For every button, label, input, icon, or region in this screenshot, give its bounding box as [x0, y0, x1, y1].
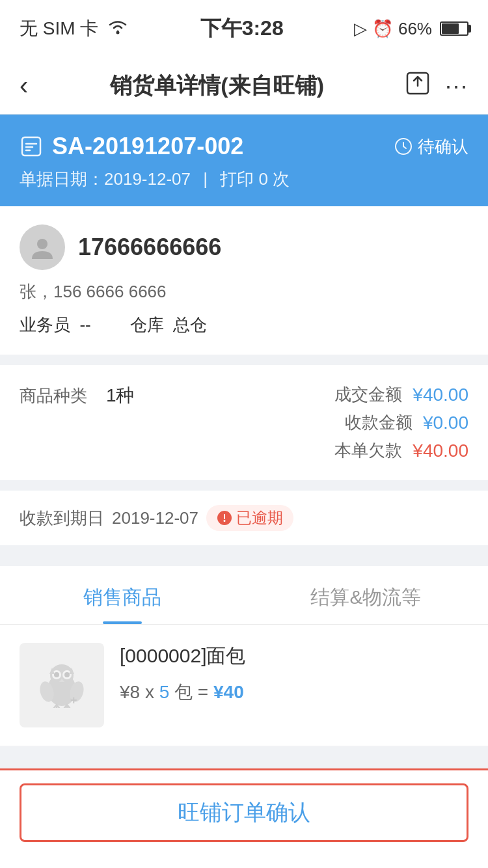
svg-point-6 — [224, 520, 226, 522]
summary-left: 商品种类 1种 — [20, 383, 134, 413]
order-header: SA-20191207-002 待确认 单据日期：2019-12-07 | 打印… — [0, 115, 488, 206]
product-image: + — [33, 662, 91, 708]
product-unit: 包 — [174, 682, 193, 702]
product-price: ¥8 — [120, 682, 140, 702]
debt-amount-label: 本单欠款 — [334, 439, 402, 462]
customer-name: 张，156 6666 6666 — [20, 280, 468, 303]
order-status: 待确认 — [394, 135, 468, 158]
battery-text: 66% — [398, 19, 432, 39]
customer-card: 17666666666 张，156 6666 6666 业务员 -- 仓库 总仓 — [0, 206, 488, 355]
back-button[interactable]: ‹ — [20, 71, 28, 100]
transaction-amount-label: 成交金额 — [334, 383, 402, 406]
svg-point-11 — [54, 672, 59, 677]
product-name: [0000002]面包 — [120, 643, 468, 670]
svg-point-4 — [37, 239, 47, 249]
warehouse: 仓库 总仓 — [130, 314, 207, 336]
divider-1 — [0, 355, 488, 365]
product-thumbnail: + — [20, 643, 104, 727]
wifi-icon — [106, 18, 129, 40]
location-icon: ▷ — [354, 19, 367, 39]
multiply-sign: x — [145, 682, 159, 702]
due-date-label: 收款到期日 — [20, 507, 104, 530]
tabs-bar: 销售商品 结算&物流等 — [0, 566, 488, 625]
confirm-order-button[interactable]: 旺铺订单确认 — [20, 783, 468, 842]
product-list: + [0000002]面包 ¥8 x 5 包 = ¥40 — [0, 625, 488, 746]
due-date-card: 收款到期日 2019-12-07 已逾期 — [0, 491, 488, 545]
equals-sign: = — [198, 682, 213, 702]
more-button[interactable]: ··· — [445, 72, 468, 100]
customer-phone: 17666666666 — [78, 234, 221, 261]
clock-icon — [394, 137, 413, 156]
received-amount-value: ¥0.00 — [423, 413, 468, 433]
product-price-row: ¥8 x 5 包 = ¥40 — [120, 680, 468, 705]
battery-icon — [440, 21, 468, 36]
product-types-value: 1种 — [106, 385, 135, 405]
received-amount-label: 收款金额 — [345, 411, 413, 434]
share-button[interactable] — [406, 72, 429, 100]
order-icon — [20, 135, 43, 158]
due-date-value: 2019-12-07 — [112, 508, 198, 528]
tab-sales-products[interactable]: 销售商品 — [0, 566, 244, 624]
customer-meta: 业务员 -- 仓库 总仓 — [20, 314, 468, 336]
product-qty: 5 — [159, 682, 170, 702]
status-time: 下午3:28 — [200, 14, 284, 43]
transaction-amount-value: ¥40.00 — [413, 385, 468, 405]
customer-avatar — [20, 224, 65, 270]
nav-actions: ··· — [406, 72, 468, 100]
summary-card: 商品种类 1种 成交金额 ¥40.00 收款金额 ¥0.00 本单欠款 ¥40.… — [0, 365, 488, 480]
tab-settlement[interactable]: 结算&物流等 — [244, 566, 488, 624]
status-left: 无 SIM 卡 — [20, 16, 129, 41]
product-total: ¥40 — [213, 682, 244, 702]
page-title: 销货单详情(来自旺铺) — [110, 71, 324, 101]
svg-text:+: + — [70, 694, 77, 707]
divider-3 — [0, 545, 488, 556]
overdue-badge: 已逾期 — [206, 505, 293, 531]
order-number: SA-20191207-002 — [52, 133, 243, 160]
status-right: ▷ ⏰ 66% — [354, 19, 468, 39]
alarm-icon: ⏰ — [372, 19, 393, 39]
bottom-bar: 旺铺订单确认 — [0, 768, 488, 868]
summary-right: 成交金额 ¥40.00 收款金额 ¥0.00 本单欠款 ¥40.00 — [334, 383, 468, 462]
debt-amount-value: ¥40.00 — [413, 441, 468, 461]
divider-2 — [0, 480, 488, 491]
nav-bar: ‹ 销货单详情(来自旺铺) ··· — [0, 57, 488, 115]
table-row: + [0000002]面包 ¥8 x 5 包 = ¥40 — [0, 625, 488, 746]
product-info: [0000002]面包 ¥8 x 5 包 = ¥40 — [120, 643, 468, 705]
svg-point-0 — [116, 31, 120, 34]
warning-icon — [217, 510, 232, 526]
product-types-label: 商品种类 — [20, 386, 87, 405]
svg-point-12 — [64, 672, 70, 677]
sales-person: 业务员 -- — [20, 314, 91, 336]
status-bar: 无 SIM 卡 下午3:28 ▷ ⏰ 66% — [0, 0, 488, 57]
order-date: 单据日期：2019-12-07 | 打印 0 次 — [20, 168, 468, 191]
carrier-text: 无 SIM 卡 — [20, 16, 98, 41]
